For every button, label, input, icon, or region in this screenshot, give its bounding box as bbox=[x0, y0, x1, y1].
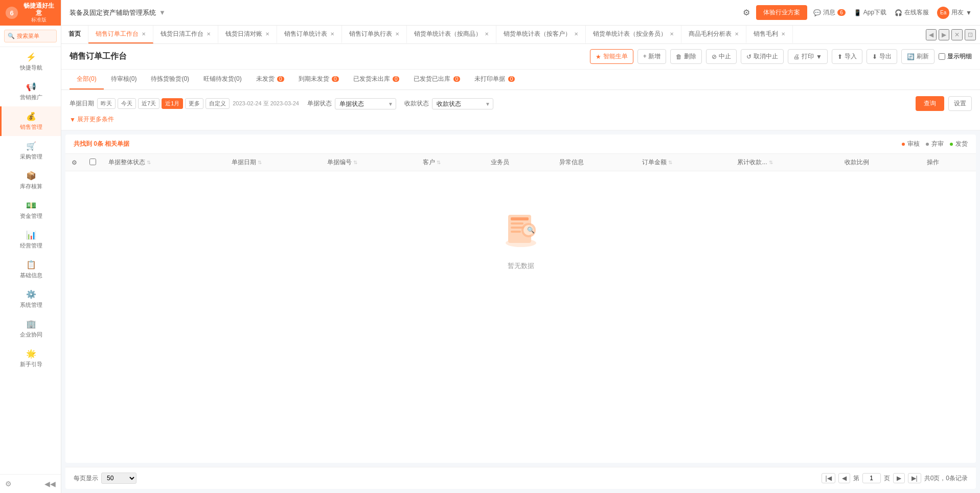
tab-sales-stat-product[interactable]: 销货单统计表（按商品） ✕ bbox=[407, 26, 496, 43]
tab-sales-stat[interactable]: 销售订单统计表 ✕ bbox=[277, 26, 342, 43]
date-filter: 单据日期 昨天 今天 近7天 近1月 更多 自定义 2023-02-24 至 2… bbox=[70, 98, 299, 109]
user-menu-button[interactable]: Ea 用友 ▼ bbox=[937, 7, 972, 19]
col-operation: 操作 bbox=[921, 154, 976, 171]
tab-close-goods-profit[interactable]: ✕ bbox=[735, 31, 739, 37]
tab-close-sales-stat-customer[interactable]: ✕ bbox=[574, 31, 578, 37]
tab-sales-stat-staff[interactable]: 销货单统计表（按业务员） ✕ bbox=[586, 26, 681, 43]
tabs-close-all-button[interactable]: ✕ bbox=[951, 29, 963, 40]
pay-select[interactable]: 收款状态 bbox=[432, 98, 493, 109]
page-total: 共0页，0条记录 bbox=[924, 474, 968, 483]
query-button[interactable]: 查询 bbox=[916, 96, 944, 111]
sidebar-item-guide[interactable]: 🌟 新手引导 bbox=[0, 344, 61, 373]
tab-sales-more[interactable]: 销售毛利 ✕ bbox=[746, 26, 793, 43]
tab-sales-workbench[interactable]: 销售订单工作台 ✕ bbox=[88, 26, 153, 43]
sub-tab-wang-pending[interactable]: 旺铺待发货(0) bbox=[196, 70, 249, 89]
tabs-next-button[interactable]: ▶ bbox=[939, 29, 949, 40]
cancel-review-action-button[interactable]: 弃审 bbox=[926, 140, 944, 148]
import-button[interactable]: ⬆ 导入 bbox=[832, 49, 862, 64]
tab-close-sales-more[interactable]: ✕ bbox=[781, 31, 785, 37]
tab-cash-daily[interactable]: 钱货日清工作台 ✕ bbox=[153, 26, 218, 43]
sidebar-item-system[interactable]: ⚙️ 系统管理 bbox=[0, 284, 61, 314]
messages-button[interactable]: 💬 消息 6 bbox=[813, 8, 846, 17]
sidebar-item-corp[interactable]: 🏢 企业协同 bbox=[0, 314, 61, 344]
date-today-button[interactable]: 今天 bbox=[118, 98, 136, 109]
show-detail-checkbox[interactable] bbox=[939, 53, 945, 60]
tab-goods-profit[interactable]: 商品毛利分析表 ✕ bbox=[681, 26, 746, 43]
sub-tab-shipped-out[interactable]: 已发货已出库 0 bbox=[406, 70, 467, 89]
sidebar-item-operation[interactable]: 📊 经营管理 bbox=[0, 225, 61, 255]
tab-cash-reconcile[interactable]: 钱货日清对账 ✕ bbox=[218, 26, 277, 43]
set-button[interactable]: 设置 bbox=[948, 96, 972, 111]
table-scroll[interactable]: ⚙ 单据整体状态 ⇅ 单据日期 ⇅ bbox=[65, 154, 976, 463]
app-download-button[interactable]: 📱 App下载 bbox=[854, 8, 886, 17]
sub-tab-not-printed[interactable]: 未打印单据 0 bbox=[467, 70, 522, 89]
tab-close-sales-stat-product[interactable]: ✕ bbox=[485, 31, 489, 37]
user-avatar-icon: Ea bbox=[937, 7, 949, 19]
online-service-button[interactable]: 🎧 在线客服 bbox=[895, 8, 929, 17]
tabs-prev-button[interactable]: ◀ bbox=[926, 29, 937, 40]
topbar-settings-icon[interactable]: ⚙ bbox=[743, 8, 750, 17]
page-last-button[interactable]: ▶| bbox=[908, 473, 921, 483]
select-all-checkbox[interactable] bbox=[89, 159, 96, 165]
sidebar-item-inventory[interactable]: 📦 库存核算 bbox=[0, 166, 61, 195]
page-number-input[interactable] bbox=[862, 473, 881, 483]
sidebar-item-marketing[interactable]: 📢 营销推广 bbox=[0, 77, 61, 106]
tab-home[interactable]: 首页 bbox=[61, 26, 88, 43]
stop-button[interactable]: ⊘ 中止 bbox=[706, 49, 737, 64]
page-size-select[interactable]: 10 20 50 100 bbox=[101, 473, 136, 484]
delete-button[interactable]: 🗑 删除 bbox=[670, 49, 702, 64]
sub-tab-overdue[interactable]: 到期未发货 0 bbox=[291, 70, 346, 89]
show-detail-checkbox-wrap[interactable]: 显示明细 bbox=[939, 52, 972, 61]
date-sort-icon[interactable]: ⇅ bbox=[258, 160, 262, 165]
sub-tab-shipped-not-out[interactable]: 已发货未出库 0 bbox=[346, 70, 407, 89]
tab-sales-exec[interactable]: 销售订单执行表 ✕ bbox=[342, 26, 407, 43]
sub-tab-pending-review[interactable]: 待审核(0) bbox=[104, 70, 144, 89]
tab-close-cash-reconcile[interactable]: ✕ bbox=[265, 31, 269, 37]
date-more-button[interactable]: 更多 bbox=[185, 98, 203, 109]
tabs-maximize-button[interactable]: ⊡ bbox=[965, 29, 976, 40]
collapse-button[interactable]: ◀◀ bbox=[44, 480, 56, 488]
number-sort-icon[interactable]: ⇅ bbox=[353, 160, 357, 165]
customer-sort-icon[interactable]: ⇅ bbox=[437, 160, 441, 165]
tab-sales-stat-customer[interactable]: 销货单统计表（按客户） ✕ bbox=[496, 26, 586, 43]
sidebar-item-sales[interactable]: 💰 销售管理 bbox=[0, 106, 61, 136]
solution-button[interactable]: 体验行业方案 bbox=[756, 5, 807, 20]
add-button[interactable]: + 新增 bbox=[637, 49, 666, 64]
ship-action-button[interactable]: 发货 bbox=[950, 140, 968, 148]
tab-close-sales-workbench[interactable]: ✕ bbox=[142, 31, 146, 37]
svg-rect-5 bbox=[511, 222, 523, 225]
date-custom-button[interactable]: 自定义 bbox=[206, 98, 230, 109]
print-button[interactable]: 🖨 打印 ▼ bbox=[788, 49, 828, 64]
page-prev-button[interactable]: ◀ bbox=[838, 473, 850, 483]
date-yesterday-button[interactable]: 昨天 bbox=[97, 98, 116, 109]
export-button[interactable]: ⬇ 导出 bbox=[867, 49, 897, 64]
collected-sort-icon[interactable]: ⇅ bbox=[769, 160, 773, 165]
tab-close-sales-stat[interactable]: ✕ bbox=[330, 31, 334, 37]
date-7days-button[interactable]: 近7天 bbox=[138, 98, 159, 109]
search-menu-button[interactable]: 🔍 搜索菜单 bbox=[4, 30, 57, 42]
sidebar-item-basic[interactable]: 📋 基础信息 bbox=[0, 255, 61, 284]
sidebar-item-finance[interactable]: 💵 资金管理 bbox=[0, 195, 61, 225]
smart-create-button[interactable]: ★ 智能生单 bbox=[590, 49, 633, 64]
tab-close-sales-exec[interactable]: ✕ bbox=[395, 31, 399, 37]
sub-tab-pending-inspect[interactable]: 待拣货验货(0) bbox=[144, 70, 196, 89]
tab-close-cash-daily[interactable]: ✕ bbox=[207, 31, 211, 37]
cancel-stop-button[interactable]: ↺ 取消中止 bbox=[741, 49, 784, 64]
col-settings-icon[interactable]: ⚙ bbox=[72, 159, 77, 166]
settings-button[interactable]: ⚙ bbox=[5, 480, 12, 488]
page-next-button[interactable]: ▶ bbox=[893, 473, 905, 483]
date-1month-button[interactable]: 近1月 bbox=[162, 98, 183, 109]
title-dropdown-icon[interactable]: ▼ bbox=[159, 9, 166, 16]
tab-close-sales-stat-staff[interactable]: ✕ bbox=[670, 31, 674, 37]
refresh-button[interactable]: 🔄 刷新 bbox=[901, 49, 935, 64]
sub-tab-not-shipped[interactable]: 未发货 0 bbox=[249, 70, 291, 89]
amount-sort-icon[interactable]: ⇅ bbox=[668, 160, 672, 165]
sub-tab-all[interactable]: 全部(0) bbox=[70, 70, 104, 89]
status-select[interactable]: 单据状态 bbox=[335, 98, 396, 109]
sidebar-item-purchase[interactable]: 🛒 采购管理 bbox=[0, 136, 61, 166]
page-first-button[interactable]: |◀ bbox=[822, 473, 835, 483]
expand-filter-button[interactable]: ▼ 展开更多条件 bbox=[70, 115, 972, 124]
sidebar-item-quick[interactable]: ⚡ 快捷导航 bbox=[0, 47, 61, 77]
review-action-button[interactable]: 审核 bbox=[902, 140, 920, 148]
status-sort-icon[interactable]: ⇅ bbox=[147, 160, 151, 165]
